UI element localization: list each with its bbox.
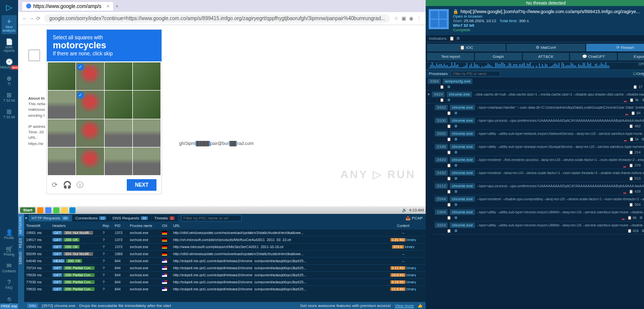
nav-win7-1[interactable]: ⊞7 32 bit bbox=[0, 89, 18, 105]
taskbar-icon[interactable] bbox=[45, 207, 51, 213]
nav-win7-2[interactable]: ⊞7 32 bit bbox=[0, 105, 18, 122]
taskbar-chrome-icon[interactable] bbox=[61, 207, 67, 213]
export-button[interactable]: Export ▾ bbox=[618, 53, 644, 60]
text-report-button[interactable]: Text report bbox=[427, 53, 474, 60]
open-in-browser-link[interactable]: Open in browser bbox=[453, 14, 644, 19]
nav-history[interactable]: 🕘Historynew bbox=[0, 55, 18, 72]
captcha-cell[interactable] bbox=[76, 119, 104, 147]
taskbar-edge-icon[interactable] bbox=[69, 207, 75, 213]
chatgpt-button[interactable]: 💬 ChatGPT bbox=[570, 53, 617, 60]
process-row[interactable]: 3100 chrome.exe --type=gpu-process --gpu… bbox=[433, 117, 644, 130]
free-trial-badge[interactable]: FREE trial bbox=[0, 303, 18, 309]
tab-http-requests[interactable]: HTTP Requests40 bbox=[29, 215, 72, 221]
captcha-cell[interactable] bbox=[76, 62, 104, 90]
info-captcha-icon[interactable]: ⓘ bbox=[76, 181, 84, 190]
side-tab-debug[interactable]: DEBUG bbox=[18, 250, 24, 266]
captcha-cell[interactable] bbox=[105, 62, 132, 90]
browser-tab[interactable]: https://www.google.com/amp/s × bbox=[22, 2, 113, 11]
graph-button[interactable]: Graph bbox=[475, 53, 522, 60]
audio-captcha-icon[interactable]: 🎧 bbox=[63, 181, 71, 190]
extension-icon[interactable]: ▣ bbox=[401, 16, 406, 21]
tray-icon[interactable]: 🔊 bbox=[402, 208, 407, 212]
table-row[interactable]: 70724 ms GET 206: Partial Con... ? 844 s… bbox=[24, 264, 426, 271]
captcha-cell[interactable] bbox=[133, 147, 160, 175]
captcha-cell[interactable] bbox=[76, 91, 104, 118]
process-row[interactable]: 2348 chrome.exe --type=utility --utility… bbox=[433, 143, 644, 156]
new-tab-button[interactable]: + bbox=[115, 4, 118, 9]
nav-profile[interactable]: 👤Profile bbox=[0, 226, 18, 243]
forward-icon[interactable]: → bbox=[29, 16, 34, 21]
network-filter-input[interactable] bbox=[181, 215, 242, 221]
process-row[interactable]: 1904 chrome.exe --type=utility --utility… bbox=[433, 208, 644, 221]
menu-icon[interactable]: ⋮ bbox=[417, 16, 422, 21]
reload-icon[interactable]: ⟳ bbox=[36, 16, 40, 21]
indicator-icon[interactable]: 📋 bbox=[449, 36, 454, 41]
anyrun-logo[interactable]: ▷ bbox=[0, 0, 18, 14]
taskbar-icon[interactable] bbox=[37, 207, 43, 213]
nav-public-reports[interactable]: 📄ublic reports bbox=[0, 35, 18, 55]
thumbs-up-icon[interactable]: 👍 bbox=[418, 303, 423, 308]
process-row[interactable]: 3384 wmpnscfg.exe 📋⚙ 📋 17 ⚙ 13 🔗 8 bbox=[426, 78, 644, 91]
captcha-cell[interactable] bbox=[105, 119, 132, 147]
process-row[interactable]: 2420 chrome.exe --type=renderer --first-… bbox=[433, 156, 644, 169]
table-row[interactable]: 79932 ms GET 206: Partial Con... ? 844 s… bbox=[24, 285, 426, 292]
nav-contacts[interactable]: ✉Contacts bbox=[0, 259, 18, 276]
captcha-cell[interactable] bbox=[48, 91, 75, 118]
star-icon[interactable]: ☆ bbox=[394, 16, 398, 21]
captcha-cell[interactable] bbox=[133, 119, 160, 147]
malconf-button[interactable]: ⚙ MalConf bbox=[507, 44, 585, 51]
process-row[interactable]: ▾ 3424 chrome.exe --disk-cache-dir=null … bbox=[426, 91, 644, 104]
captcha-next-button[interactable]: NEXT bbox=[127, 179, 156, 191]
nav-pricing[interactable]: 🛒Pricing bbox=[0, 243, 18, 259]
footer-info-badge[interactable]: Info bbox=[27, 303, 38, 308]
tab-dns-requests[interactable]: DNS Requests36 bbox=[110, 215, 151, 221]
process-row[interactable]: 2544 chrome.exe --type=renderer --disabl… bbox=[433, 195, 644, 208]
table-row[interactable]: 19543 ms GET 200: OK ? 1372 svchost.exe … bbox=[24, 243, 426, 250]
attck-button[interactable]: ATT&CK bbox=[523, 53, 570, 60]
start-button[interactable]: Start bbox=[20, 207, 35, 213]
pcap-button[interactable]: 📥 PCAP bbox=[403, 215, 426, 221]
captcha-cell[interactable] bbox=[105, 91, 132, 118]
ioc-button[interactable]: 📋 IOC bbox=[427, 44, 506, 51]
process-filter-input[interactable] bbox=[451, 71, 500, 76]
table-row[interactable]: 64640 ms HEAD 200: OK ? 844 svchost.exe … bbox=[24, 257, 426, 264]
captcha-cell[interactable] bbox=[48, 119, 75, 147]
close-tab-icon[interactable]: × bbox=[107, 4, 110, 9]
profile-icon[interactable]: ◉ bbox=[409, 16, 414, 21]
nav-faq[interactable]: ?FAQ bbox=[0, 276, 18, 292]
back-icon[interactable]: ← bbox=[22, 16, 27, 21]
process-row[interactable]: 3112 chrome.exe --type=gpu-process --gpu… bbox=[433, 182, 644, 195]
recaptcha-checkbox[interactable] bbox=[28, 49, 40, 61]
process-row[interactable]: 3432 chrome.exe --type=crashpad-handler … bbox=[433, 104, 644, 117]
side-tab-files[interactable]: FILES bbox=[18, 236, 24, 250]
captcha-cell[interactable] bbox=[48, 62, 75, 90]
reload-captcha-icon[interactable]: ⟳ bbox=[52, 181, 58, 190]
nav-ti[interactable]: ⊕TI bbox=[0, 72, 18, 89]
table-row[interactable]: 19517 ms GET 200: OK ? 1372 svchost.exe … bbox=[24, 236, 426, 243]
chevron-down-icon[interactable]: ▾ bbox=[24, 216, 28, 220]
process-row[interactable]: 2092 chrome.exe --type=utility --utility… bbox=[433, 130, 644, 143]
tab-connections[interactable]: Connections32 bbox=[72, 215, 109, 221]
captcha-cell[interactable] bbox=[105, 147, 132, 175]
restart-button[interactable]: ⟳ Restart bbox=[586, 44, 644, 51]
new-analysis-button[interactable]: + New analysis bbox=[2, 15, 17, 34]
captcha-cell[interactable] bbox=[76, 147, 104, 175]
process-row[interactable]: 2432 chrome.exe --type=renderer --lang=e… bbox=[433, 169, 644, 182]
table-row[interactable]: 50299 ms GET 304: Not Modifi... ? 1060 s… bbox=[24, 250, 426, 257]
url-input[interactable]: google.com/sorry/index?continue=https://… bbox=[44, 14, 390, 23]
side-tab-network[interactable]: NETWORK bbox=[18, 214, 24, 236]
process-row[interactable]: 3324 chrome.exe --type=utility --utility… bbox=[433, 221, 644, 235]
view-more-link[interactable]: View more bbox=[395, 303, 414, 308]
tab-threats[interactable]: Threats1 bbox=[151, 215, 178, 221]
table-row[interactable]: 19501 ms GET 304: Not Modifi... ? 1372 s… bbox=[24, 229, 426, 236]
watermark: ANY ▷ RUN bbox=[340, 168, 416, 181]
table-row[interactable]: 77930 ms GET 206: Partial Con... ? 844 s… bbox=[24, 278, 426, 285]
taskbar-icon[interactable] bbox=[53, 207, 59, 213]
captcha-cell[interactable] bbox=[48, 147, 75, 175]
only-important-checkbox[interactable]: ☑ bbox=[633, 71, 636, 76]
captcha-cell[interactable] bbox=[133, 62, 160, 90]
browser-address-bar: ← → ⟳ google.com/sorry/index?continue=ht… bbox=[18, 12, 426, 25]
indicator-icon[interactable]: ⚙ bbox=[456, 36, 460, 41]
captcha-cell[interactable] bbox=[133, 91, 160, 118]
table-row[interactable]: 75928 ms GET 206: Partial Con... ? 844 s… bbox=[24, 271, 426, 278]
